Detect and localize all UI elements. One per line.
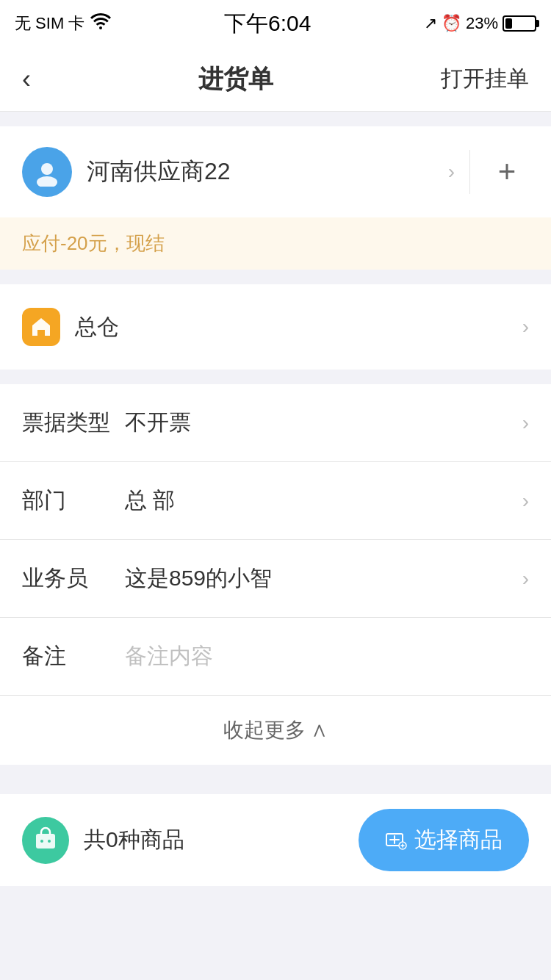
supplier-section: 河南供应商22 › + 应付-20元，现结 — [0, 126, 551, 270]
supplier-divider — [469, 150, 470, 194]
invoice-type-chevron-icon: › — [522, 411, 529, 435]
warehouse-row[interactable]: 总仓 › — [0, 284, 551, 370]
select-product-label: 选择商品 — [414, 825, 503, 855]
status-right: ↗ ⏰ 23% — [424, 14, 536, 33]
svg-rect-2 — [37, 330, 45, 336]
notice-bar: 应付-20元，现结 — [0, 217, 551, 270]
select-product-button[interactable]: 选择商品 — [359, 809, 529, 871]
supplier-chevron-icon: › — [448, 160, 455, 184]
battery-icon — [503, 15, 536, 32]
salesperson-row[interactable]: 业务员 这是859的小智 › — [0, 540, 551, 617]
department-value: 总 部 — [125, 486, 522, 516]
supplier-avatar — [22, 147, 72, 197]
nav-bar: ‹ 进货单 打开挂单 — [0, 47, 551, 112]
gap-2 — [0, 270, 551, 284]
product-count: 共0种商品 — [84, 825, 359, 855]
svg-point-0 — [41, 163, 53, 175]
svg-rect-3 — [36, 834, 55, 849]
salesperson-label: 业务员 — [22, 563, 125, 594]
warehouse-section: 总仓 › — [0, 284, 551, 370]
alarm-icon: ⏰ — [442, 14, 461, 33]
gap-1 — [0, 112, 551, 126]
warehouse-icon — [22, 308, 60, 346]
salesperson-value: 这是859的小智 — [125, 563, 522, 594]
supplier-row[interactable]: 河南供应商22 › + — [0, 126, 551, 217]
department-row[interactable]: 部门 总 部 › — [0, 462, 551, 539]
svg-point-5 — [48, 840, 51, 843]
salesperson-chevron-icon: › — [522, 567, 529, 591]
status-left: 无 SIM 卡 — [15, 12, 111, 35]
warehouse-value: 总仓 — [75, 312, 522, 342]
status-bar: 无 SIM 卡 下午6:04 ↗ ⏰ 23% — [0, 0, 551, 47]
remark-label: 备注 — [22, 641, 125, 671]
gap-4 — [0, 765, 551, 779]
remark-value[interactable]: 备注内容 — [125, 641, 529, 671]
department-chevron-icon: › — [522, 489, 529, 513]
no-sim-text: 无 SIM 卡 — [15, 12, 84, 35]
add-supplier-button[interactable]: + — [485, 150, 529, 194]
department-label: 部门 — [22, 486, 125, 516]
collapse-label: 收起更多 ∧ — [223, 716, 328, 744]
back-button[interactable]: ‹ — [22, 64, 31, 95]
invoice-type-row[interactable]: 票据类型 不开票 › — [0, 384, 551, 461]
warehouse-chevron-icon: › — [522, 315, 529, 339]
invoice-type-value: 不开票 — [125, 408, 522, 438]
battery-percent: 23% — [466, 14, 498, 33]
page-title: 进货单 — [198, 62, 273, 96]
product-icon — [22, 817, 69, 864]
remark-row[interactable]: 备注 备注内容 — [0, 618, 551, 695]
supplier-name: 河南供应商22 — [87, 156, 448, 188]
svg-point-4 — [40, 840, 43, 843]
invoice-type-label: 票据类型 — [22, 408, 125, 438]
svg-point-1 — [37, 176, 57, 187]
product-bar: 共0种商品 选择商品 — [0, 794, 551, 886]
location-icon: ↗ — [424, 14, 437, 33]
gap-3 — [0, 370, 551, 384]
form-section: 票据类型 不开票 › 部门 总 部 › 业务员 这是859的小智 › 备注 备注… — [0, 384, 551, 765]
collapse-row[interactable]: 收起更多 ∧ — [0, 696, 551, 765]
open-pending-button[interactable]: 打开挂单 — [441, 64, 529, 94]
wifi-icon — [90, 13, 111, 34]
status-time: 下午6:04 — [224, 9, 311, 39]
